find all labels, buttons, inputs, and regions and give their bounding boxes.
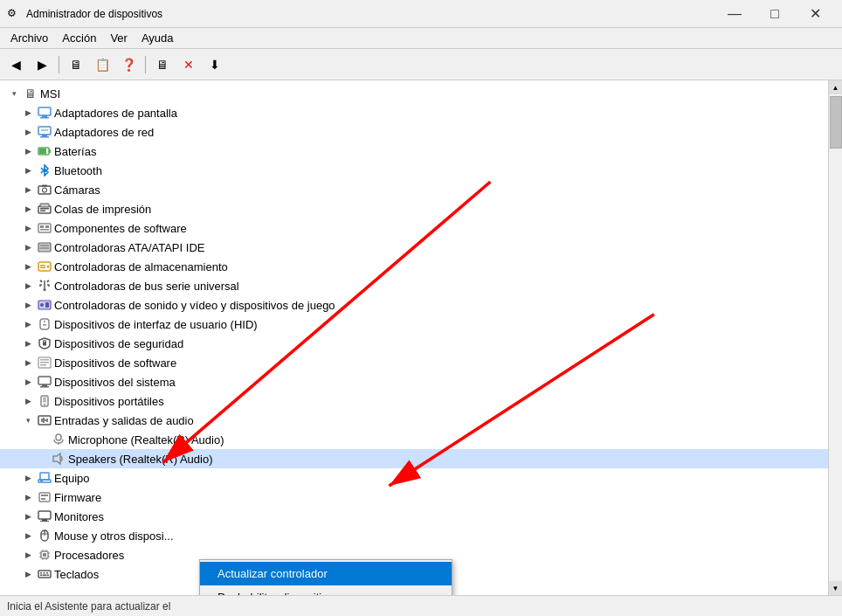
scroll-up[interactable]: ▲ [829,80,842,94]
svg-rect-8 [49,149,51,153]
svg-rect-20 [40,229,49,231]
close-button[interactable]: ✕ [795,0,835,28]
tree-item-microphone[interactable]: Microphone (Realtek(R) Audio) [0,430,828,449]
device-label: Controladoras ATA/ATAPI IDE [54,241,204,254]
expand-icon: ▶ [21,356,35,370]
tree-item-seguridad[interactable]: ▶ Dispositivos de seguridad [0,334,828,353]
device-label: Teclados [54,568,99,581]
toolbar-update[interactable]: ⬇ [203,52,227,77]
expand-icon: ▶ [21,202,35,216]
tree-item-portatiles[interactable]: ▶ Dispositivos portátiles [0,391,828,411]
expand-icon: ▶ [21,183,35,197]
tree-item-mouse[interactable]: ▶ Mouse y otros disposi... [0,526,828,545]
scroll-thumb[interactable] [830,96,842,149]
tree-item-componentes[interactable]: ▶ Componentes de software [0,218,828,238]
title-icon: ⚙ [7,7,21,21]
toolbar-help[interactable]: ❓ [116,52,141,77]
maximize-button[interactable]: □ [755,0,795,28]
toolbar-disable[interactable]: ✕ [176,52,201,77]
svg-rect-77 [46,572,48,574]
toolbar-device-manager[interactable]: 🖥 [64,52,88,77]
expand-icon: ▶ [21,548,35,562]
tree-item-adaptadores-red[interactable]: ▶ Adaptadores de red [0,122,828,142]
tree-item-camaras[interactable]: ▶ Cámaras [0,180,828,199]
svg-rect-38 [40,359,49,361]
expand-icon: ▶ [21,336,35,350]
menu-archivo[interactable]: Archivo [3,30,55,46]
tree-item-software-dev[interactable]: ▶ Dispositivos de software [0,353,828,372]
menu-accion[interactable]: Acción [55,30,103,46]
device-icon [38,413,52,427]
tree-item-entradas-audio[interactable]: ▾ Entradas y salidas de audio [0,411,828,430]
tree-item-adaptadores-pantalla[interactable]: ▶ Adaptadores de pantalla [0,103,828,122]
device-icon [38,106,52,120]
svg-point-63 [44,531,45,533]
tree-item-monitores[interactable]: ▶ Monitores [0,507,828,526]
svg-rect-31 [45,302,49,308]
expand-icon: ▶ [21,279,35,293]
svg-rect-34 [43,324,46,326]
menu-ayuda[interactable]: Ayuda [135,30,181,46]
expand-icon: ▶ [21,529,35,543]
toolbar-properties[interactable]: 📋 [90,52,114,77]
tree-item-usb[interactable]: ▶ Controladoras de bus serie universal [0,276,828,295]
status-bar: Inicia el Asistente para actualizar el [0,595,842,616]
device-label: Cámaras [54,183,100,197]
device-label: Procesadores [54,549,124,562]
root-label: MSI [40,87,60,100]
tree-item-hid[interactable]: ▶ Dispositivos de interfaz de usuario (H… [0,315,828,334]
svg-rect-79 [43,575,47,577]
tree-item-almacenamiento[interactable]: ▶ Controladoras de almacenamiento [0,257,828,276]
context-menu-item-deshabilitar[interactable]: Deshabilitar dispositivo [200,585,452,595]
expand-icon: ▶ [21,317,35,331]
toolbar: ◀ ▶ 🖥 📋 ❓ 🖥 ✕ ⬇ [0,49,842,80]
svg-point-33 [44,321,45,322]
svg-rect-23 [40,247,49,249]
menu-ver[interactable]: Ver [103,30,135,46]
scroll-down[interactable]: ▼ [829,581,842,595]
device-icon [38,567,52,581]
svg-rect-53 [40,481,43,482]
tree-item-sonido[interactable]: ▶ Controladoras de sonido y vídeo y disp… [0,295,828,315]
expand-icon: ▶ [21,509,35,523]
tree-item-colas[interactable]: ▶ Colas de impresión [0,199,828,218]
tree-item-ata[interactable]: ▶ Controladoras ATA/ATAPI IDE [0,238,828,257]
tree-item-baterias[interactable]: ▶ Baterías [0,142,828,161]
device-label: Controladoras de bus serie universal [54,280,239,293]
tree-item-bluetooth[interactable]: ▶ Bluetooth [0,161,828,180]
svg-rect-41 [38,377,51,384]
tree-root[interactable]: ▾ 🖥 MSI [0,84,828,103]
device-icon [38,125,52,139]
svg-rect-12 [42,185,47,187]
toolbar-back[interactable]: ◀ [3,52,28,77]
expand-icon: ▶ [21,471,35,485]
svg-point-11 [43,188,47,192]
context-menu: Actualizar controlador Deshabilitar disp… [199,559,452,595]
context-menu-item-actualizar[interactable]: Actualizar controlador [200,562,452,585]
scrollbar[interactable]: ▲ ▼ [828,80,842,595]
minimize-button[interactable]: — [714,0,755,28]
device-label: Baterías [54,145,96,158]
toolbar-scan[interactable]: 🖥 [150,52,175,77]
root-expand-icon: ▾ [7,87,21,100]
tree-panel: ▾ 🖥 MSI ▶ Adaptadores de pantalla ▶ Adap… [0,80,828,595]
svg-rect-42 [42,384,47,386]
svg-rect-76 [44,572,45,574]
bluetooth-icon [38,163,52,177]
tree-item-sistema[interactable]: ▶ Dispositivos del sistema [0,372,828,391]
device-icon [38,202,52,216]
expand-icon: ▶ [21,240,35,254]
svg-rect-55 [41,495,48,496]
toolbar-forward[interactable]: ▶ [30,52,54,77]
tree-item-speakers[interactable]: Speakers (Realtek(R) Audio) [0,449,828,468]
tree-item-firmware[interactable]: ▶ Firmware [0,488,828,507]
title-bar: ⚙ Administrador de dispositivos — □ ✕ [0,0,842,28]
device-icon [38,548,52,562]
device-label: Monitores [54,510,104,523]
expand-icon: ▶ [21,221,35,235]
expand-icon: ▶ [21,375,35,389]
svg-rect-54 [39,493,50,502]
svg-point-36 [44,341,46,343]
tree-item-equipo[interactable]: ▶ Equipo [0,468,828,488]
svg-rect-2 [40,117,49,119]
